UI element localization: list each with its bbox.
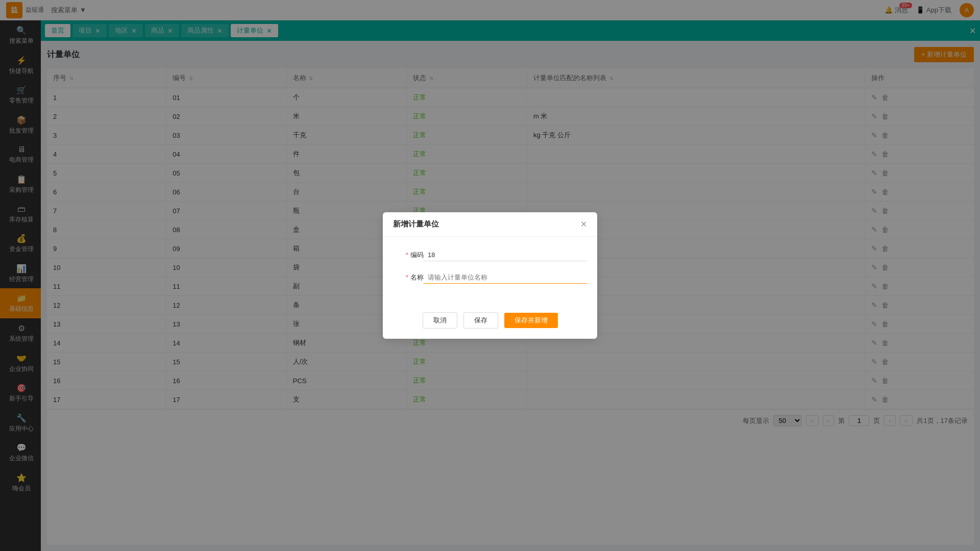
save-and-new-button[interactable]: 保存并新增 xyxy=(504,313,558,328)
modal-overlay[interactable]: 新增计量单位 ✕ *编码 *名称 取消 保存 保存并新增 xyxy=(0,0,980,551)
required-mark: * xyxy=(406,251,408,259)
required-mark-name: * xyxy=(406,273,408,281)
modal-close-button[interactable]: ✕ xyxy=(580,219,587,229)
save-button[interactable]: 保存 xyxy=(463,312,498,329)
name-input[interactable] xyxy=(424,271,587,284)
modal-header: 新增计量单位 ✕ xyxy=(383,212,597,237)
form-row-code: *编码 xyxy=(393,249,587,261)
modal-footer: 取消 保存 保存并新增 xyxy=(383,306,597,339)
modal: 新增计量单位 ✕ *编码 *名称 取消 保存 保存并新增 xyxy=(383,212,597,339)
cancel-button[interactable]: 取消 xyxy=(423,312,457,329)
name-label: *名称 xyxy=(393,273,424,282)
code-label: *编码 xyxy=(393,251,424,260)
modal-body: *编码 *名称 xyxy=(383,237,597,306)
form-row-name: *名称 xyxy=(393,271,587,284)
code-input[interactable] xyxy=(424,249,587,261)
modal-title: 新增计量单位 xyxy=(393,219,439,229)
